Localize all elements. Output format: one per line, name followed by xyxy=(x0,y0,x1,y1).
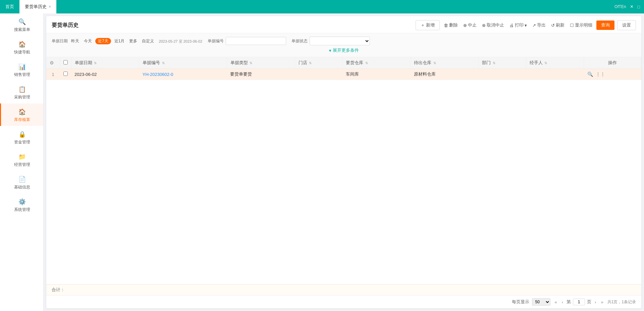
inventory-icon: 🏠 xyxy=(18,108,26,116)
sidebar-label-quick-nav: 快捷导航 xyxy=(14,49,30,55)
pagination-bar: 每页显示 20 50 100 « ‹ 第 页 › » 共1页，1条记录 xyxy=(46,295,641,308)
doctype-col-header[interactable]: 单据类型 ⇅ xyxy=(227,57,295,69)
window-often[interactable]: OfTEn xyxy=(614,4,626,9)
more-icon[interactable]: ⋮⋮ xyxy=(596,72,605,77)
store-col-header[interactable]: 门店 ⇅ xyxy=(295,57,342,69)
sidebar: 🔍 搜索菜单 🏠 快捷导航 📊 销售管理 📋 采购管理 🏠 库存核算 🔒 资金管… xyxy=(0,13,44,311)
row-docno: YH-20230602-0 xyxy=(139,69,227,80)
outwarehouse-col-header[interactable]: 待出仓库 ⇅ xyxy=(411,57,479,69)
filter-area: 单据日期 昨天 今天 近7天 近1月 更多 自定义 2023-05-27 至 2… xyxy=(46,33,641,57)
tab-close-icon[interactable]: × xyxy=(49,4,51,9)
row-doctype: 要货单要货 xyxy=(227,69,295,80)
outwarehouse-col-label: 待出仓库 xyxy=(414,60,431,65)
query-button[interactable]: 查询 xyxy=(596,20,614,30)
toolbar: ＋ 新增 🗑 删除 ⊗ 中止 ⊗ 取消中止 🖨 打印 xyxy=(416,20,636,30)
top-bar: 首页 要货单历史 × OfTEn × □ xyxy=(0,0,644,13)
prev-page-button[interactable]: ‹ xyxy=(560,299,565,305)
reqwarehouse-col-header[interactable]: 要货仓库 ⇅ xyxy=(342,57,411,69)
shortcut-7days[interactable]: 近7天 xyxy=(95,38,111,44)
tab-requisition-history[interactable]: 要货单历史 × xyxy=(19,0,56,13)
add-button[interactable]: ＋ 新增 xyxy=(416,20,440,30)
expand-more-button[interactable]: ▾ 展开更多条件 xyxy=(52,47,636,53)
operation-icon: 📁 xyxy=(18,153,26,161)
shortcut-today[interactable]: 今天 xyxy=(83,38,93,44)
display-detail-toggle[interactable]: ☐ 显示明细 xyxy=(569,21,594,29)
view-icon[interactable]: 🔍 xyxy=(587,72,593,77)
tab-home-label: 首页 xyxy=(5,4,14,10)
docno-input[interactable] xyxy=(226,37,286,45)
dept-col-header[interactable]: 部门 ⇅ xyxy=(478,57,526,69)
page-number-input[interactable] xyxy=(573,299,585,305)
next-page-button[interactable]: › xyxy=(593,299,597,305)
row-docno-link[interactable]: YH-20230602-0 xyxy=(143,72,173,77)
sidebar-item-basic[interactable]: 📄 基础信息 xyxy=(0,171,43,193)
filter-row: 单据日期 昨天 今天 近7天 近1月 更多 自定义 2023-05-27 至 2… xyxy=(52,37,636,45)
settings-button[interactable]: 设置 xyxy=(617,20,636,30)
row-checkbox[interactable] xyxy=(63,72,68,76)
sidebar-label-purchase: 采购管理 xyxy=(14,94,30,100)
expand-icon: ▾ xyxy=(329,48,331,53)
summary-label: 合计： xyxy=(52,287,65,292)
table-settings-icon[interactable]: ⚙ xyxy=(50,60,54,65)
select-all-checkbox[interactable] xyxy=(63,60,68,64)
export-button[interactable]: ↗ 导出 xyxy=(531,21,547,29)
shortcut-more[interactable]: 更多 xyxy=(128,38,139,44)
page-size-select[interactable]: 20 50 100 xyxy=(532,298,550,306)
sidebar-item-finance[interactable]: 🔒 资金管理 xyxy=(0,126,43,148)
outwarehouse-sort-icon: ⇅ xyxy=(433,61,436,65)
finance-icon: 🔒 xyxy=(18,131,26,138)
sidebar-item-operation[interactable]: 📁 经营管理 xyxy=(0,148,43,171)
sidebar-item-search-menu[interactable]: 🔍 搜索菜单 xyxy=(0,13,43,36)
shortcut-custom[interactable]: 自定义 xyxy=(141,38,155,44)
first-page-button[interactable]: « xyxy=(553,299,558,305)
cancel-stop-icon: ⊗ xyxy=(482,23,486,28)
shortcut-yesterday[interactable]: 昨天 xyxy=(70,38,80,44)
refresh-button[interactable]: ↺ 刷新 xyxy=(550,21,566,29)
page-nav: « ‹ 第 页 › » xyxy=(553,299,604,305)
dept-sort-icon: ⇅ xyxy=(493,61,495,65)
cancel-stop-button[interactable]: ⊗ 取消中止 xyxy=(481,21,505,29)
export-icon: ↗ xyxy=(532,23,536,28)
window-close-icon[interactable]: × xyxy=(630,4,633,10)
reqwarehouse-sort-icon: ⇅ xyxy=(365,61,368,65)
print-icon: 🖨 xyxy=(509,23,514,28)
handler-col-header[interactable]: 经手人 ⇅ xyxy=(526,57,584,69)
tab-requisition-label: 要货单历史 xyxy=(25,4,47,10)
last-page-button[interactable]: » xyxy=(599,299,604,305)
handler-col-label: 经手人 xyxy=(530,60,543,65)
date-sort-icon: ⇅ xyxy=(94,61,97,65)
sidebar-item-inventory[interactable]: 🏠 库存核算 xyxy=(0,103,43,126)
row-reqwarehouse: 车间库 xyxy=(342,69,411,80)
tab-home[interactable]: 首页 xyxy=(0,0,19,13)
status-select[interactable] xyxy=(310,37,370,45)
date-col-header[interactable]: 单据日期 ⇅ xyxy=(71,57,139,69)
delete-button[interactable]: 🗑 删除 xyxy=(442,21,459,29)
shortcut-1month[interactable]: 近1月 xyxy=(113,38,126,44)
row-op-icons: 🔍 ⋮⋮ xyxy=(587,72,638,77)
docno-col-header[interactable]: 单据编号 ⇅ xyxy=(139,57,227,69)
table-footer: 合计： xyxy=(46,284,641,295)
sidebar-item-purchase[interactable]: 📋 采购管理 xyxy=(0,81,43,103)
sidebar-item-sales[interactable]: 📊 销售管理 xyxy=(0,58,43,81)
row-store xyxy=(295,69,342,80)
sidebar-item-quick-nav[interactable]: 🏠 快捷导航 xyxy=(0,36,43,58)
stop-button[interactable]: ⊗ 中止 xyxy=(462,21,478,29)
ops-col-header: 操作 xyxy=(584,57,641,69)
sidebar-item-system[interactable]: ⚙️ 系统管理 xyxy=(0,193,43,216)
add-label: 新增 xyxy=(426,22,435,28)
print-button[interactable]: 🖨 打印 ▾ xyxy=(508,21,528,29)
window-maximize-icon[interactable]: □ xyxy=(637,4,640,9)
sidebar-label-system: 系统管理 xyxy=(14,207,30,213)
docno-label: 单据编号 xyxy=(208,38,224,44)
stop-icon: ⊗ xyxy=(463,23,467,28)
delete-label: 删除 xyxy=(449,22,458,28)
content-area: 要货单历史 ＋ 新增 🗑 删除 ⊗ 中止 ⊗ 取消中止 xyxy=(46,16,641,308)
docno-col-label: 单据编号 xyxy=(143,60,160,65)
row-handler xyxy=(526,69,584,80)
data-table: ⚙ 单据日期 ⇅ 单据编号 ⇅ xyxy=(46,57,641,80)
page-label-after: 页 xyxy=(587,299,591,305)
doctype-sort-icon: ⇅ xyxy=(250,61,252,65)
sidebar-label-search-menu: 搜索菜单 xyxy=(14,27,30,33)
table-row[interactable]: 1 2023-06-02 YH-20230602-0 要货单要货 车间库 原材料… xyxy=(46,69,641,80)
page-label-before: 第 xyxy=(567,299,571,305)
